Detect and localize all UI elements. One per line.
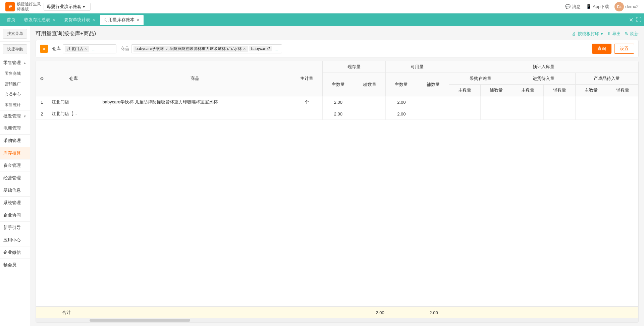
scroll-thumb[interactable]: [90, 319, 190, 322]
settings-btn[interactable]: 设置: [614, 44, 634, 54]
sidebar-group-retail-header[interactable]: 零售管理 ▲: [0, 57, 30, 68]
close-icon[interactable]: ✕: [92, 18, 95, 22]
sidebar: 搜索菜单 快捷导航 零售管理 ▲ 零售商城 营销推广 会员中心 零售统计 批发管…: [0, 26, 30, 326]
chevron-up-icon: ▲: [23, 61, 26, 65]
sidebar-item-enterprise[interactable]: 企业协同: [0, 209, 30, 222]
nav-tabs-actions: ✕ ⛶: [629, 17, 641, 23]
th-goods-pending: 进货待入量: [512, 73, 575, 85]
sidebar-item-basic-info[interactable]: 基础信息: [0, 184, 30, 197]
th-current-stock: 现存量: [322, 61, 385, 73]
close-icon[interactable]: ✕: [52, 18, 55, 22]
user-menu[interactable]: Ea demo2: [614, 2, 639, 11]
th-gp-main: 主数量: [512, 85, 544, 96]
warehouse-filter: 仓库 江北门店 ✕ ...: [52, 44, 116, 53]
message-btn[interactable]: 💬 消息: [565, 4, 581, 10]
tab-order-stats[interactable]: 要货单统计表 ✕: [60, 15, 99, 25]
horizontal-scrollbar[interactable]: [36, 318, 638, 322]
th-avail-main: 主数量: [386, 73, 417, 96]
table-container: ⚙ 仓库 商品 主计量 现存量 可用量 预计入库量 主数量 辅数量 主数量 辅数…: [36, 61, 639, 323]
th-settings: ⚙: [36, 61, 48, 96]
content-area: 可用量查询(按仓库+商品) 🖨 按模板打印 ▾ ⬆ 导出 ↻ 刷新 »: [30, 26, 644, 326]
sidebar-group-wholesale-header[interactable]: 批发管理 ▼: [0, 110, 30, 122]
app-download-btn[interactable]: 📱 App下载: [586, 4, 609, 10]
refresh-btn[interactable]: ↻ 刷新: [625, 31, 639, 37]
inventory-table: ⚙ 仓库 商品 主计量 现存量 可用量 预计入库量 主数量 辅数量 主数量 辅数…: [36, 61, 638, 120]
product-more-btn[interactable]: ...: [273, 46, 280, 51]
chevron-down-icon: ▾: [83, 4, 85, 9]
sidebar-item-inventory[interactable]: 库存核算: [0, 147, 30, 159]
refresh-icon: ↻: [625, 31, 629, 36]
expand-icon[interactable]: ⛶: [636, 17, 641, 23]
th-stock-aux: 辅数量: [354, 73, 386, 96]
th-pt-main: 主数量: [449, 85, 480, 96]
sidebar-item-purchase[interactable]: 采购管理: [0, 135, 30, 147]
quick-nav-btn[interactable]: 快捷导航: [3, 44, 27, 54]
sidebar-quick-nav-area: 快捷导航: [0, 42, 30, 57]
export-btn[interactable]: ⬆ 导出: [607, 31, 621, 37]
th-pp-main: 主数量: [575, 85, 607, 96]
filter-bar: » 仓库 江北门店 ✕ ... 商品 babycare学饮杯 儿童防摔防撞吸管杯…: [36, 40, 639, 57]
message-icon: 💬: [565, 4, 571, 9]
close-window-icon[interactable]: ✕: [629, 17, 633, 23]
sidebar-item-app-center[interactable]: 应用中心: [0, 234, 30, 246]
th-avail-aux: 辅数量: [417, 73, 449, 96]
warehouse-more-btn[interactable]: ...: [91, 46, 97, 51]
page-actions: 🖨 按模板打印 ▾ ⬆ 导出 ↻ 刷新: [572, 31, 639, 37]
product-filter: 商品 babycare学饮杯 儿童防摔防撞吸管杯重力球吸嘴杯宝宝水杯 ✕ bab…: [120, 44, 282, 53]
sidebar-item-wechat[interactable]: 企业微信: [0, 246, 30, 259]
sidebar-item-operations[interactable]: 经营管理: [0, 172, 30, 184]
tab-receipt-summary[interactable]: 收发存汇总表 ✕: [20, 15, 59, 25]
header-right: 💬 消息 📱 App下载 Ea demo2: [565, 2, 639, 11]
table-row: 1 江北门店 babycare学饮杯 儿童防摔防撞吸管杯重力球吸嘴杯宝宝水杯 个…: [36, 96, 638, 108]
table-body: 1 江北门店 babycare学饮杯 儿童防摔防撞吸管杯重力球吸嘴杯宝宝水杯 个…: [36, 96, 638, 120]
filter-actions: 查询 设置: [592, 44, 634, 54]
remove-warehouse-icon[interactable]: ✕: [84, 47, 87, 51]
warehouse-input[interactable]: 江北门店 ✕ ...: [63, 44, 116, 53]
sidebar-item-member[interactable]: 畅会员: [0, 259, 30, 271]
close-icon[interactable]: ✕: [137, 18, 140, 22]
th-stock-main: 主数量: [322, 73, 354, 96]
sidebar-item-members[interactable]: 会员中心: [0, 89, 30, 100]
th-warehouse: 仓库: [48, 61, 99, 96]
account-dropdown[interactable]: 母婴行业演示账套 ▾: [44, 3, 91, 11]
printer-icon: 🖨: [572, 31, 576, 36]
warehouse-label: 仓库: [52, 46, 61, 52]
sidebar-item-newbie[interactable]: 新手引导: [0, 222, 30, 234]
avatar: Ea: [614, 2, 624, 11]
sidebar-group-retail: 零售管理 ▲ 零售商城 营销推广 会员中心 零售统计: [0, 57, 30, 110]
filter-toggle-btn[interactable]: »: [40, 45, 48, 53]
footer-label: 合计: [51, 310, 82, 316]
footer-stock-main: 2.00: [367, 310, 393, 315]
product-label: 商品: [120, 46, 129, 52]
warehouse-tag: 江北门店 ✕: [65, 46, 89, 52]
table-row: 2 江北门店【... 2.00 2.00: [36, 108, 638, 120]
tab-available-inventory[interactable]: 可用量库存账本 ✕: [100, 15, 144, 25]
search-menu-btn[interactable]: 搜索菜单: [3, 29, 27, 39]
page-header: 可用量查询(按仓库+商品) 🖨 按模板打印 ▾ ⬆ 导出 ↻ 刷新: [30, 26, 644, 40]
th-gp-aux: 辅数量: [544, 85, 575, 96]
sidebar-item-ecommerce[interactable]: 电商管理: [0, 122, 30, 135]
chevron-down-icon: ▾: [601, 31, 603, 36]
main-layout: 搜索菜单 快捷导航 零售管理 ▲ 零售商城 营销推广 会员中心 零售统计 批发管…: [0, 26, 644, 326]
th-purchase-transit: 采购在途量: [449, 73, 512, 85]
top-header: 好 畅捷通好生意 标准版 母婴行业演示账套 ▾ 💬 消息 📱 App下载 Ea …: [0, 0, 644, 13]
sidebar-item-online-store[interactable]: 零售商城: [0, 68, 30, 79]
logo-area: 好 畅捷通好生意 标准版: [5, 2, 41, 11]
product-tag-1: babycare学饮杯 儿童防摔防撞吸管杯重力球吸嘴杯宝宝水杯 ✕: [133, 46, 248, 52]
th-products-pending: 产成品待入量: [575, 73, 638, 85]
sidebar-item-system[interactable]: 系统管理: [0, 197, 30, 209]
logo-text: 畅捷通好生意 标准版: [17, 2, 41, 11]
sidebar-item-finance[interactable]: 资金管理: [0, 159, 30, 172]
table-footer: 合计 2.00 2.00: [36, 306, 638, 318]
query-btn[interactable]: 查询: [592, 44, 611, 54]
nav-tabs-bar: 首页 收发存汇总表 ✕ 要货单统计表 ✕ 可用量库存账本 ✕ ✕ ⛶: [0, 13, 644, 26]
th-pt-aux: 辅数量: [480, 85, 512, 96]
print-btn[interactable]: 🖨 按模板打印 ▾: [572, 31, 603, 37]
tab-home[interactable]: 首页: [3, 17, 19, 23]
sidebar-item-marketing[interactable]: 营销推广: [0, 79, 30, 89]
sidebar-item-retail-stats[interactable]: 零售统计: [0, 100, 30, 110]
product-input[interactable]: babycare学饮杯 儿童防摔防撞吸管杯重力球吸嘴杯宝宝水杯 ✕ babyca…: [131, 44, 282, 53]
header-left: 好 畅捷通好生意 标准版 母婴行业演示账套 ▾: [5, 2, 91, 11]
remove-product-icon[interactable]: ✕: [243, 47, 246, 51]
th-planned-inbound: 预计入库量: [449, 61, 638, 73]
